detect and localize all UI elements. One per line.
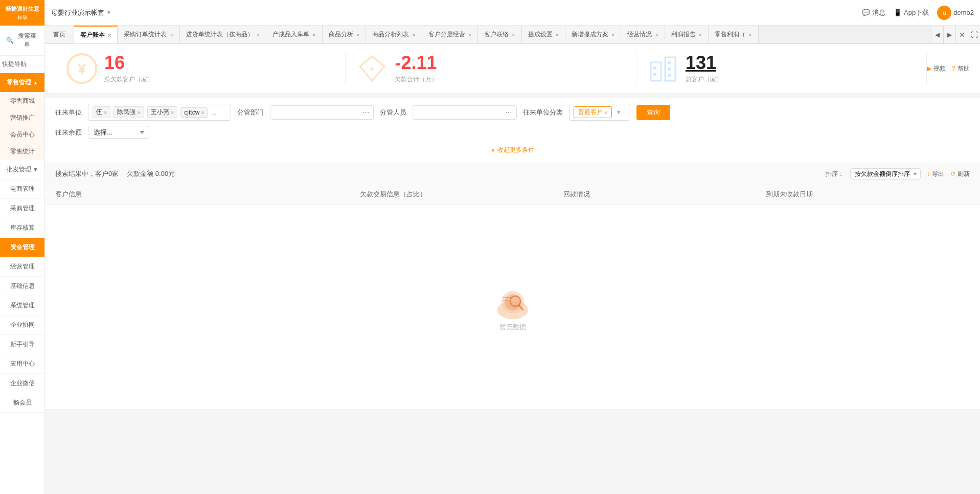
sidebar-item-members[interactable]: 会员中心 — [0, 126, 44, 143]
person-filter-input[interactable]: ··· — [413, 105, 516, 120]
tab-product-inbound[interactable]: 产成品入库单 × — [266, 26, 322, 44]
person-dots[interactable]: ··· — [505, 108, 512, 117]
dept-dots[interactable]: ··· — [362, 108, 369, 117]
unit-tag-cjttcw[interactable]: cjttcw × — [180, 107, 208, 118]
sidebar-item-app-center[interactable]: 应用中心 — [0, 354, 44, 374]
tab-profit-report[interactable]: 利润报告 × — [665, 26, 709, 44]
tab-add-commission-plan[interactable]: 新增提成方案 × — [565, 26, 621, 44]
tab-add-commission-plan-close[interactable]: × — [611, 32, 614, 38]
sidebar-item-enterprise[interactable]: 企业协同 — [0, 316, 44, 335]
query-button[interactable]: 查询 — [636, 105, 670, 120]
tab-commission-settings-close[interactable]: × — [556, 32, 559, 38]
tab-purchase-order-stats[interactable]: 采购订单统计表 × — [118, 26, 179, 44]
sidebar-item-operations[interactable]: 经营管理 — [0, 257, 44, 277]
dept-input[interactable] — [275, 108, 360, 116]
tab-product-analysis-list-close[interactable]: × — [412, 32, 415, 38]
tab-product-inbound-label: 产成品入库单 — [272, 30, 309, 39]
tab-commission-settings[interactable]: 提成设置 × — [522, 26, 565, 44]
sidebar-item-member[interactable]: 畅会员 — [0, 393, 44, 413]
sidebar-item-wechat[interactable]: 企业微信 — [0, 374, 44, 393]
tab-customer-contact[interactable]: 客户联络 × — [478, 26, 521, 44]
unit-tag-chen[interactable]: 陈民强 × — [113, 106, 144, 118]
unit-tag-cjttcw-close[interactable]: × — [201, 109, 204, 116]
quick-nav-button[interactable]: 快捷导航 — [0, 56, 44, 73]
unit-type-dropdown-icon[interactable]: ▼ — [616, 109, 621, 115]
tab-product-inbound-close[interactable]: × — [312, 32, 315, 38]
tab-product-analysis-close[interactable]: × — [356, 32, 359, 38]
export-button[interactable]: ↓ 导出 — [927, 170, 944, 178]
unit-type-tag-general[interactable]: 普通客户 × — [574, 106, 612, 118]
svg-rect-8 — [668, 61, 671, 64]
sidebar-item-retail-management[interactable]: 零售管理 ▲ — [0, 73, 44, 93]
refresh-button[interactable]: ↺ 刷新 — [950, 170, 970, 178]
tab-purchase-order-stats-close[interactable]: × — [170, 32, 173, 38]
sidebar-item-basic-info[interactable]: 基础信息 — [0, 277, 44, 296]
search-menu-label: 搜索菜单 — [15, 32, 38, 49]
tab-customer-contact-close[interactable]: × — [512, 32, 515, 38]
unit-tag-chen-close[interactable]: × — [137, 109, 140, 116]
table-body: 暂无数据 — [45, 205, 980, 409]
tab-prev-button[interactable]: ◀ — [931, 26, 943, 44]
user-menu[interactable]: d demo2 — [937, 6, 974, 20]
sidebar-item-retail-shop[interactable]: 零售商城 — [0, 93, 44, 109]
tab-customer-tier-close[interactable]: × — [468, 32, 471, 38]
yuan-e-select[interactable]: 选择... — [88, 126, 149, 139]
tab-next-button[interactable]: ▶ — [943, 26, 955, 44]
tab-customer-tier[interactable]: 客户分层经营 × — [422, 26, 478, 44]
company-selector[interactable]: 母婴行业演示帐套 ▼ — [51, 8, 111, 17]
person-input[interactable] — [417, 108, 503, 116]
col-overdue-date: 到期未收款日期 — [766, 190, 970, 199]
unit-filter-tags[interactable]: 伍 × 陈民强 × 王小亮 × cjttcw × ... — [88, 104, 231, 121]
app-download-button[interactable]: 📱 App下载 — [894, 8, 929, 17]
tab-retail-profit[interactable]: 零售利润（ × — [709, 26, 758, 44]
svg-rect-7 — [653, 73, 656, 76]
tab-business-status[interactable]: 经营情况 × — [621, 26, 665, 44]
svg-rect-10 — [668, 74, 671, 77]
tab-inbound-stats-label: 进货单统计表（按商品） — [186, 30, 254, 39]
tab-product-analysis[interactable]: 商品分析 × — [323, 26, 366, 44]
sidebar-item-wholesale[interactable]: 批发管理 ▼ — [0, 160, 44, 179]
sidebar-item-marketing[interactable]: 营销推广 — [0, 109, 44, 126]
tab-home[interactable]: 首页 — [45, 26, 74, 44]
sidebar-item-guide[interactable]: 新手引导 — [0, 335, 44, 354]
sort-select[interactable]: 按欠款金额倒序排序 — [850, 168, 921, 179]
tab-expand-button[interactable]: ⛶ — [968, 26, 980, 44]
sidebar-search-area[interactable]: 🔍 搜索菜单 — [0, 26, 44, 56]
video-button[interactable]: ▶ 视频 — [927, 64, 946, 73]
sidebar-item-finance[interactable]: 资金管理 — [0, 238, 44, 257]
unit-tag-wang-close[interactable]: × — [171, 109, 174, 116]
search-menu-button[interactable]: 🔍 搜索菜单 — [4, 30, 40, 51]
tab-close-all-button[interactable]: ✕ — [955, 26, 968, 44]
help-button[interactable]: ? 帮助 — [952, 64, 970, 73]
unit-tag-wu-close[interactable]: × — [104, 109, 107, 116]
tab-inbound-stats[interactable]: 进货单统计表（按商品） × — [180, 26, 266, 44]
tab-profit-report-close[interactable]: × — [699, 32, 702, 38]
collapse-button[interactable]: ∧ 收起更多条件 — [55, 144, 970, 156]
tab-inbound-stats-close[interactable]: × — [257, 32, 260, 38]
unit-type-tag-close[interactable]: × — [604, 109, 607, 116]
dept-filter-input[interactable]: ··· — [270, 105, 374, 120]
tab-customer-ledger[interactable]: 客户账本 × — [74, 26, 118, 44]
sidebar-item-inventory[interactable]: 库存核算 — [0, 218, 44, 238]
sidebar-item-system[interactable]: 系统管理 — [0, 296, 44, 316]
search-icon: 🔍 — [6, 37, 14, 44]
empty-illustration — [487, 282, 538, 323]
unit-tag-wu[interactable]: 伍 × — [93, 106, 110, 118]
stat-debt-info: -2.11 欠款合计（万） — [395, 54, 438, 84]
sidebar-item-purchase[interactable]: 采购管理 — [0, 199, 44, 218]
user-avatar: d — [937, 6, 951, 20]
messages-button[interactable]: 💬 消息 — [862, 8, 885, 17]
sidebar-item-ecommerce[interactable]: 电商管理 — [0, 179, 44, 199]
tab-customer-ledger-close[interactable]: × — [108, 32, 111, 38]
unit-type-filter-input[interactable]: 普通客户 × ▼ — [569, 104, 630, 121]
tab-retail-profit-close[interactable]: × — [748, 32, 751, 38]
unit-tags-more[interactable]: ... — [211, 109, 216, 116]
tab-product-analysis-list[interactable]: 商品分析列表 × — [366, 26, 422, 44]
refresh-label: 刷新 — [958, 170, 970, 178]
svg-rect-9 — [668, 68, 671, 71]
unit-tag-wang[interactable]: 王小亮 × — [147, 106, 177, 118]
topbar-right: 💬 消息 📱 App下载 d demo2 — [862, 6, 974, 20]
tab-business-status-close[interactable]: × — [655, 32, 658, 38]
sidebar-item-retail-stats[interactable]: 零售统计 — [0, 143, 44, 160]
diamond-icon: ✦ — [356, 52, 389, 85]
